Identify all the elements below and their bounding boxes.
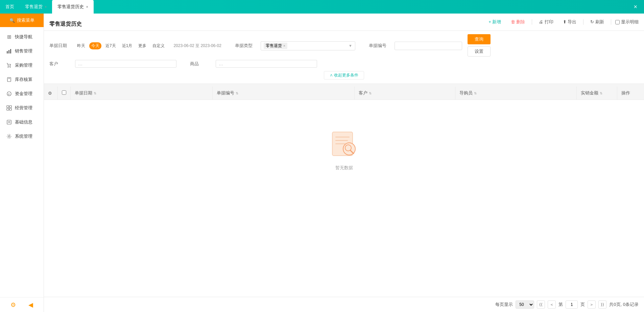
col-actions-label: 操作	[621, 90, 630, 95]
new-button[interactable]: + 新增	[486, 18, 504, 26]
query-button[interactable]: 查询	[468, 34, 491, 44]
collapse-button[interactable]: ∧ 收起更多条件	[324, 71, 364, 80]
page-title: 零售退货历史	[49, 21, 82, 28]
select-all-checkbox[interactable]	[62, 90, 66, 95]
last-page-button[interactable]: ⟩⟩	[598, 300, 606, 309]
date-opt-7days[interactable]: 近7天	[103, 42, 118, 49]
sidebar-item-basic-info[interactable]: 基础信息	[0, 115, 44, 129]
show-detail-checkbox-label[interactable]: 显示明细	[615, 19, 639, 25]
finance-icon: ¥	[6, 91, 12, 97]
tab-retail-return-history[interactable]: 零售退货历史 ×	[52, 0, 93, 14]
tab-home-label: 首页	[5, 4, 14, 10]
sidebar-item-quick-nav[interactable]: ⊞ 快捷导航	[0, 30, 44, 44]
sidebar-item-finance-mgmt[interactable]: ¥ 资金管理	[0, 87, 44, 101]
tab-retail-return-close[interactable]: ×	[45, 5, 47, 9]
sidebar-item-purchase-label: 采购管理	[15, 62, 32, 68]
col-customer: 客户 ⇅	[355, 87, 455, 100]
tab-retail-return-history-label: 零售退货历史	[57, 4, 84, 10]
sidebar-item-purchase-mgmt[interactable]: 采购管理	[0, 58, 44, 72]
table-settings-icon[interactable]: ⚙	[48, 91, 52, 96]
sort-customer-icon: ⇅	[369, 91, 372, 95]
sidebar-item-sales-label: 销售管理	[15, 48, 32, 54]
sidebar-item-inventory[interactable]: 库存核算	[0, 72, 44, 87]
customer-input[interactable]: …	[75, 60, 176, 68]
sidebar-item-sys-label: 系统管理	[15, 133, 32, 139]
sidebar-search-label: 搜索菜单	[17, 17, 34, 23]
sort-guide[interactable]: 导购员 ⇅	[459, 90, 572, 96]
sidebar-item-inventory-label: 库存核算	[15, 76, 32, 83]
col-amount-label: 实销金额	[581, 90, 598, 96]
current-page-input[interactable]	[566, 300, 578, 309]
customer-placeholder: …	[78, 61, 82, 66]
set-button[interactable]: 设置	[468, 46, 491, 57]
refresh-button[interactable]: ↻ 刷新	[588, 18, 607, 26]
settings-icon[interactable]: ⚙	[10, 301, 16, 309]
col-guide: 导购员 ⇅	[455, 87, 576, 100]
svg-rect-1	[8, 50, 9, 53]
goods-input[interactable]: …	[216, 60, 317, 68]
sort-date[interactable]: 单据日期 ⇅	[75, 90, 208, 96]
page-size-select[interactable]: 20 50 100	[516, 300, 534, 309]
next-page-button[interactable]: ＞	[588, 300, 596, 309]
goods-placeholder: …	[219, 61, 223, 66]
sort-no[interactable]: 单据编号 ⇅	[217, 90, 350, 96]
show-detail-checkbox[interactable]	[615, 20, 620, 24]
voucher-type-dropdown-icon: ▼	[349, 44, 352, 48]
tab-retail-return-label: 零售退货	[25, 4, 43, 10]
page-label-suffix: 页	[580, 302, 585, 308]
main-layout: 🔍 搜索菜单 ⊞ 快捷导航 销售管理 采购管理	[0, 14, 644, 312]
svg-rect-12	[7, 120, 11, 124]
sidebar-item-sys-mgmt[interactable]: 系统管理	[0, 129, 44, 143]
sidebar-item-sales-mgmt[interactable]: 销售管理	[0, 44, 44, 58]
svg-point-4	[10, 67, 11, 68]
svg-rect-0	[7, 51, 8, 53]
first-page-button[interactable]: ⟨⟨	[537, 300, 545, 309]
print-button[interactable]: 🖨 打印	[536, 18, 556, 26]
col-amount: 实销金额 ⇅	[576, 87, 617, 100]
voucher-type-input[interactable]: 零售退货 × ▼	[261, 41, 355, 50]
sidebar-item-basic-label: 基础信息	[15, 119, 32, 125]
col-settings: ⚙	[44, 87, 57, 100]
sidebar-search[interactable]: 🔍 搜索菜单	[0, 14, 44, 27]
svg-rect-2	[10, 49, 11, 53]
divider3	[611, 19, 611, 25]
divider2	[583, 19, 583, 25]
svg-point-15	[8, 136, 10, 137]
quick-nav-icon: ⊞	[6, 34, 12, 40]
col-date: 单据日期 ⇅	[70, 87, 212, 100]
tab-home[interactable]: 首页	[0, 0, 20, 14]
goods-label: 商品	[190, 61, 210, 67]
sidebar-item-operation-mgmt[interactable]: 经营管理	[0, 101, 44, 115]
table-container: ⚙ 单据日期 ⇅ 单据编号	[44, 87, 644, 297]
page-label-prefix: 第	[558, 302, 563, 308]
show-detail-label: 显示明细	[621, 19, 639, 25]
voucher-no-label: 单据编号	[369, 43, 389, 49]
voucher-type-tag-close[interactable]: ×	[283, 44, 285, 48]
sort-amount[interactable]: 实销金额 ⇅	[581, 90, 613, 96]
tab-retail-return-history-close[interactable]: ×	[86, 5, 88, 9]
prev-page-button[interactable]: ＜	[548, 300, 556, 309]
sort-customer[interactable]: 客户 ⇅	[359, 90, 451, 96]
tab-retail-return[interactable]: 零售退货 ×	[20, 0, 52, 14]
svg-point-3	[8, 67, 9, 68]
window-close-button[interactable]: ×	[631, 3, 640, 10]
collapse-sidebar-icon[interactable]: ◀	[28, 301, 33, 309]
inventory-icon	[6, 76, 12, 83]
filter-row-2: 客户 … 商品 …	[49, 60, 639, 68]
divider	[532, 19, 532, 25]
svg-rect-10	[7, 108, 9, 110]
page-header: 零售退货历史 + 新增 🗑 删除 🖨 打印 ⬆ 导出 ↻ 刷新 显示明细	[44, 14, 644, 31]
date-opt-more[interactable]: 更多	[136, 42, 148, 49]
sort-date-icon: ⇅	[94, 91, 96, 95]
purchase-icon	[6, 62, 12, 68]
export-button[interactable]: ⬆ 导出	[560, 18, 579, 26]
filter-row-1: 单据日期 昨天 今天 近7天 近1月 更多 自定义 2023-06-02 至 2…	[49, 35, 639, 57]
svg-rect-9	[9, 106, 11, 108]
date-opt-today[interactable]: 今天	[89, 42, 101, 49]
delete-button[interactable]: 🗑 删除	[508, 18, 528, 26]
voucher-no-input[interactable]	[395, 42, 462, 50]
date-opt-1month[interactable]: 近1月	[120, 42, 135, 49]
date-opt-yesterday[interactable]: 昨天	[75, 42, 87, 49]
date-opt-custom[interactable]: 自定义	[150, 42, 167, 49]
empty-text: 暂无数据	[335, 165, 353, 171]
